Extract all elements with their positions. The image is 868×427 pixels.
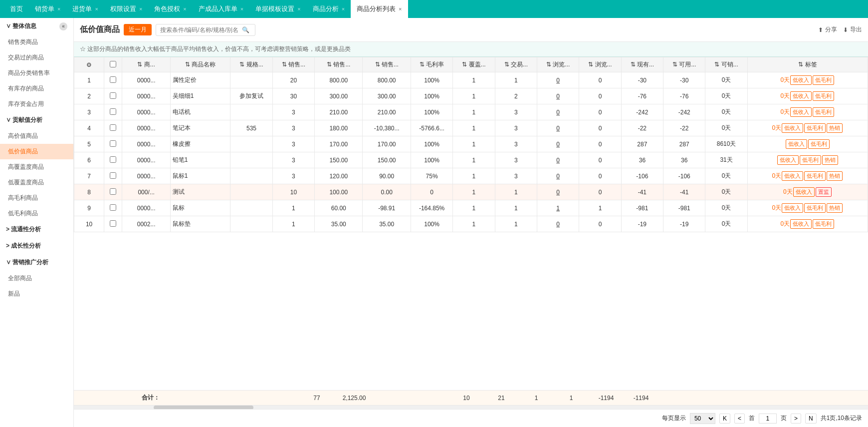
sidebar-item-inventory-capital[interactable]: 库存资金占用 — [0, 96, 73, 112]
sidebar-item-low-margin[interactable]: 低毛利商品 — [0, 206, 73, 221]
sidebar-group-growth[interactable]: > 成长性分析 — [0, 238, 73, 254]
col-view1[interactable]: ⇅ 浏览... — [537, 57, 579, 72]
sidebar-item-high-coverage[interactable]: 高覆盖度商品 — [0, 159, 73, 175]
row-checkbox[interactable] — [104, 104, 122, 120]
row-trade: 1 — [495, 184, 537, 200]
close-icon[interactable]: × — [297, 6, 300, 12]
table-row[interactable]: 10 0002... 鼠标垫 1 35.00 35.00 100% 1 1 0 … — [74, 216, 868, 232]
row-checkbox[interactable] — [104, 184, 122, 200]
last-page-button[interactable]: N — [805, 414, 817, 424]
row-view1[interactable]: 0 — [537, 216, 579, 232]
sidebar-item-sales-products[interactable]: 销售类商品 — [0, 34, 73, 50]
close-icon[interactable]: × — [57, 6, 60, 12]
col-view2[interactable]: ⇅ 浏览... — [579, 57, 621, 72]
filter-button[interactable]: 近一月 — [124, 24, 152, 35]
table-row[interactable]: 7 0000... 鼠标1 3 120.00 90.00 75% 1 3 0 0… — [74, 168, 868, 184]
row-view1[interactable]: 0 — [537, 120, 579, 136]
sidebar-group-marketing[interactable]: ∨ 营销推广分析 — [0, 254, 73, 271]
row-checkbox[interactable] — [104, 120, 122, 136]
row-view1[interactable]: 0 — [537, 168, 579, 184]
table-row[interactable]: 4 0000... 笔记本 535 3 180.00 -10,380... -5… — [74, 120, 868, 136]
row-view1[interactable]: 0 — [537, 136, 579, 152]
table-container[interactable]: ⚙ ⇅ 商... ⇅ 商品名称 ⇅ 规格... ⇅ 销售... ⇅ 销售... … — [74, 57, 868, 390]
nav-product-analysis-list[interactable]: 商品分析列表 × — [351, 0, 408, 18]
scrollbar-track[interactable] — [74, 405, 868, 409]
row-sales3: 90.00 — [363, 168, 411, 184]
col-sellable[interactable]: ⇅ 可销... — [705, 57, 747, 72]
col-tags[interactable]: ⇅ 标签 — [747, 57, 868, 72]
row-checkbox[interactable] — [104, 168, 122, 184]
search-icon[interactable]: 🔍 — [242, 26, 249, 33]
col-current[interactable]: ⇅ 现有... — [621, 57, 663, 72]
col-trade[interactable]: ⇅ 交易... — [495, 57, 537, 72]
col-sales2[interactable]: ⇅ 销售... — [315, 57, 363, 72]
row-view1[interactable]: 0 — [537, 104, 579, 120]
close-icon[interactable]: × — [342, 6, 345, 12]
table-row[interactable]: 3 0000... 电话机 3 210.00 210.00 100% 1 3 0… — [74, 104, 868, 120]
close-icon[interactable]: × — [183, 6, 186, 12]
table-row[interactable]: 9 0000... 鼠标 1 60.00 -98.91 -164.85% 1 1… — [74, 200, 868, 216]
first-page-button[interactable]: K — [719, 414, 730, 424]
table-row[interactable]: 6 0000... 铅笔1 3 150.00 150.00 100% 1 3 0… — [74, 152, 868, 168]
sidebar-item-category-sales-rate[interactable]: 商品分类销售率 — [0, 65, 73, 81]
row-checkbox[interactable] — [104, 136, 122, 152]
per-page-select[interactable]: 50 100 — [690, 413, 715, 424]
prev-page-button[interactable]: < — [734, 414, 745, 424]
col-coverage[interactable]: ⇅ 覆盖... — [453, 57, 495, 72]
next-page-button[interactable]: > — [791, 414, 801, 424]
sidebar-item-inventory-products[interactable]: 有库存的商品 — [0, 81, 73, 96]
row-view1[interactable]: 1 — [537, 200, 579, 216]
nav-product-analysis[interactable]: 商品分析 × — [307, 0, 351, 18]
table-row[interactable]: 8 000/... 测试 10 100.00 0.00 0 1 1 0 0 -4… — [74, 184, 868, 200]
col-spec[interactable]: ⇅ 规格... — [230, 57, 272, 72]
tag: 低收入 — [793, 187, 815, 197]
row-checkbox[interactable] — [104, 200, 122, 216]
sidebar-group-overall[interactable]: ∨ 整体信息 « — [0, 18, 73, 34]
nav-template-settings[interactable]: 单据模板设置 × — [249, 0, 306, 18]
table-row[interactable]: 5 0000... 橡皮擦 3 170.00 170.00 100% 1 3 0… — [74, 136, 868, 152]
row-checkbox[interactable] — [104, 152, 122, 168]
col-settings[interactable]: ⚙ — [74, 57, 104, 72]
table-row[interactable]: 1 0000... 属性定价 20 800.00 800.00 100% 1 1… — [74, 72, 868, 88]
table-row[interactable]: 2 0000... 吴细细1 参加复试 30 300.00 300.00 100… — [74, 88, 868, 104]
row-checkbox[interactable] — [104, 216, 122, 232]
row-view1[interactable]: 0 — [537, 72, 579, 88]
row-view1[interactable]: 0 — [537, 88, 579, 104]
col-code[interactable]: ⇅ 商... — [122, 57, 170, 72]
close-icon[interactable]: × — [399, 6, 402, 12]
sidebar-item-high-value[interactable]: 高价值商品 — [0, 128, 73, 144]
col-name[interactable]: ⇅ 商品名称 — [170, 57, 230, 72]
search-input[interactable] — [160, 26, 240, 33]
nav-role-auth[interactable]: 角色授权 × — [148, 0, 192, 18]
col-sales3[interactable]: ⇅ 销售... — [363, 57, 411, 72]
sidebar-item-low-coverage[interactable]: 低覆盖度商品 — [0, 175, 73, 190]
sidebar-group-circulation[interactable]: > 流通性分析 — [0, 221, 73, 238]
nav-purchase-order[interactable]: 进货单 × — [66, 0, 104, 18]
share-button[interactable]: ⬆ 分享 — [818, 25, 837, 34]
close-icon[interactable]: × — [139, 6, 142, 12]
nav-permissions[interactable]: 权限设置 × — [104, 0, 148, 18]
row-checkbox[interactable] — [104, 72, 122, 88]
nav-product-inbound[interactable]: 产成品入库单 × — [193, 0, 249, 18]
close-icon[interactable]: × — [95, 6, 98, 12]
sidebar-item-all-products[interactable]: 全部商品 — [0, 271, 73, 286]
export-button[interactable]: ⬇ 导出 — [843, 25, 862, 34]
row-view1[interactable]: 0 — [537, 184, 579, 200]
row-checkbox[interactable] — [104, 88, 122, 104]
page-input[interactable] — [759, 414, 777, 424]
col-sales1[interactable]: ⇅ 销售... — [272, 57, 314, 72]
row-view1[interactable]: 0 — [537, 152, 579, 168]
sidebar-item-new-products[interactable]: 新品 — [0, 286, 73, 302]
sidebar-item-low-value[interactable]: 低价值商品 — [0, 144, 73, 159]
nav-sales-order[interactable]: 销货单 × — [29, 0, 66, 18]
nav-home[interactable]: 首页 — [4, 0, 29, 18]
sidebar-item-traded-products[interactable]: 交易过的商品 — [0, 50, 73, 65]
sidebar-group-contribution[interactable]: ∨ 贡献值分析 — [0, 112, 73, 128]
col-available[interactable]: ⇅ 可用... — [663, 57, 705, 72]
col-margin[interactable]: ⇅ 毛利率 — [411, 57, 452, 72]
sidebar-item-high-margin[interactable]: 高毛利商品 — [0, 190, 73, 206]
collapse-button[interactable]: « — [59, 22, 67, 30]
close-icon[interactable]: × — [240, 6, 243, 12]
col-checkbox[interactable] — [104, 57, 122, 72]
search-box[interactable]: 🔍 — [156, 24, 255, 36]
